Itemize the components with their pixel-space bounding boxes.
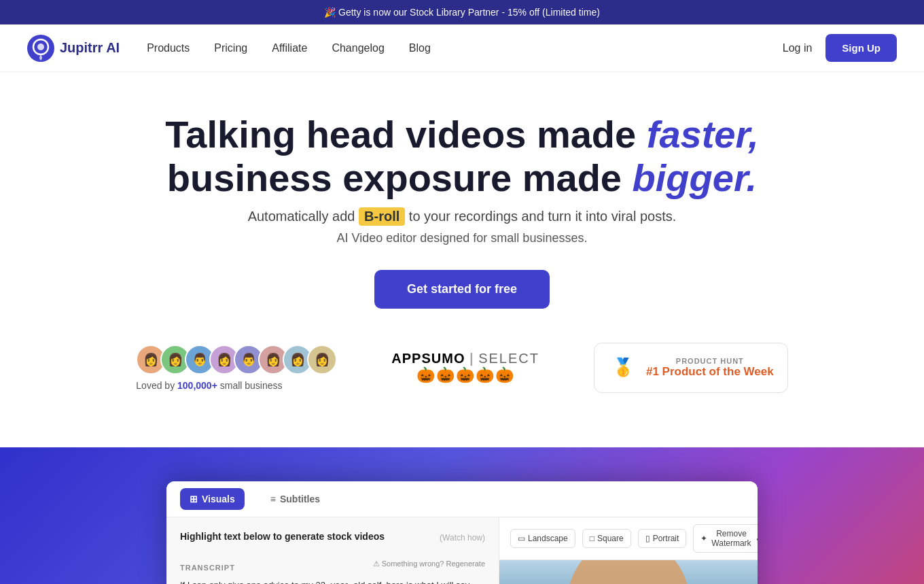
signup-button[interactable]: Sign Up — [825, 34, 897, 62]
announcement-bar: 🎉 Getty is now our Stock Library Partner… — [0, 0, 924, 24]
visuals-icon: ⊞ — [190, 494, 198, 504]
landscape-button[interactable]: ▭ Landscape — [510, 529, 575, 548]
tab-visuals[interactable]: ⊞ Visuals — [180, 488, 245, 510]
title-accent1: faster, — [647, 113, 759, 156]
login-button[interactable]: Log in — [783, 42, 813, 54]
cta-button[interactable]: Get started for free — [374, 270, 550, 309]
avatar: 👩 — [307, 345, 337, 375]
loved-count: 100,000+ — [177, 380, 217, 391]
portrait-button[interactable]: ▯ Portrait — [638, 529, 687, 548]
app-main: Highlight text below to generate stock v… — [166, 517, 758, 584]
appsumo-stars: 🎃🎃🎃🎃🎃 — [416, 366, 515, 384]
watermark-star-icon: ✦ — [700, 534, 707, 543]
tab-subtitles[interactable]: ≡ Subtitles — [261, 488, 330, 510]
loved-text: Loved by 100,000+ small business — [136, 380, 282, 391]
app-left-panel: Highlight text below to generate stock v… — [166, 517, 499, 584]
ph-value: #1 Product of the Week — [646, 365, 774, 379]
nav-pricing[interactable]: Pricing — [214, 42, 247, 54]
app-left-title: Highlight text below to generate stock v… — [180, 531, 385, 542]
ph-label: PRODUCT HUNT — [646, 357, 774, 365]
title-part1: Talking head videos made — [165, 113, 647, 156]
app-window: ⊞ Visuals ≡ Subtitles Highlight text bel… — [166, 481, 758, 584]
product-hunt-badge: 🥇 PRODUCT HUNT #1 Product of the Week — [594, 343, 788, 393]
app-right-panel: ▭ Landscape □ Square ▯ Portrait ✦ Remove… — [499, 517, 758, 584]
social-proof-row: 👩 👩 👨 👩 👨 👩 👩 👩 Loved by 100,000+ small … — [27, 343, 897, 393]
svg-point-2 — [37, 44, 44, 50]
landscape-icon: ▭ — [518, 534, 525, 543]
hero-subtitle: Automatically add B-roll to your recordi… — [27, 207, 897, 226]
subtitles-icon: ≡ — [270, 494, 276, 504]
person-head — [567, 560, 690, 584]
square-button[interactable]: □ Square — [582, 529, 631, 548]
nav-changelog[interactable]: Changelog — [332, 42, 384, 54]
navbar: Jupitrr AI Products Pricing Affiliate Ch… — [0, 24, 924, 72]
hero-sub2: AI Video editor designed for small busin… — [27, 231, 897, 245]
regenerate-link[interactable]: ⚠ Something wrong? Regenerate — [373, 560, 485, 568]
portrait-icon: ▯ — [645, 534, 650, 543]
app-section: ⊞ Visuals ≡ Subtitles Highlight text bel… — [0, 447, 924, 584]
avatars-group: 👩 👩 👨 👩 👨 👩 👩 👩 — [136, 345, 337, 375]
video-preview — [499, 560, 758, 584]
app-tabs-bar: ⊞ Visuals ≡ Subtitles — [166, 481, 758, 517]
hero-title: Talking head videos made faster, busines… — [27, 113, 897, 201]
title-part2: business exposure made — [167, 156, 633, 199]
video-person — [499, 560, 758, 584]
ph-text: PRODUCT HUNT #1 Product of the Week — [646, 357, 774, 379]
nav-links: Products Pricing Affiliate Changelog Blo… — [147, 42, 783, 54]
logo-link[interactable]: Jupitrr AI — [27, 35, 120, 62]
title-accent2: bigger. — [633, 156, 758, 199]
subtitle-part1: Automatically add — [248, 209, 359, 224]
app-right-toolbar: ▭ Landscape □ Square ▯ Portrait ✦ Remove… — [499, 517, 758, 560]
broll-badge: B-roll — [359, 207, 405, 226]
square-icon: □ — [590, 534, 594, 543]
logo-text: Jupitrr AI — [60, 40, 120, 56]
nav-affiliate[interactable]: Affiliate — [272, 42, 307, 54]
remove-watermark-button[interactable]: ✦ Remove Watermark ✓ — [693, 524, 758, 553]
logo-icon — [27, 35, 54, 62]
watch-how[interactable]: (Watch how) — [440, 533, 485, 543]
appsumo-badge: APPSUMO | SELECT 🎃🎃🎃🎃🎃 — [391, 351, 539, 384]
avatars-section: 👩 👩 👨 👩 👨 👩 👩 👩 Loved by 100,000+ small … — [136, 345, 337, 391]
announcement-text: 🎉 Getty is now our Stock Library Partner… — [324, 7, 600, 18]
subtitle-part2: to your recordings and turn it into vira… — [405, 209, 676, 224]
nav-products[interactable]: Products — [147, 42, 190, 54]
checkmark-icon: ✓ — [756, 534, 758, 543]
ph-medal-icon: 🥇 — [608, 353, 638, 383]
hero-section: Talking head videos made faster, busines… — [0, 72, 924, 447]
appsumo-title: APPSUMO | SELECT — [391, 351, 539, 366]
transcript-label: TRANSCRIPT — [180, 564, 235, 572]
nav-actions: Log in Sign Up — [783, 34, 897, 62]
transcript-text: If I can only give one advice to my 22 -… — [180, 579, 485, 584]
nav-blog[interactable]: Blog — [409, 42, 431, 54]
